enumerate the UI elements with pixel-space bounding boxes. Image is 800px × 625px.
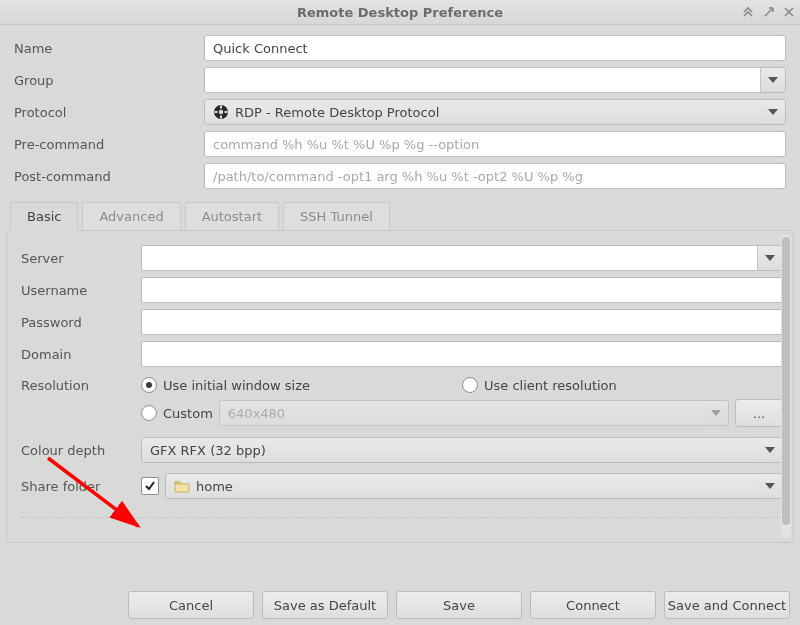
protocol-label: Protocol (14, 105, 204, 120)
minimize-icon[interactable] (742, 6, 754, 18)
precommand-label: Pre-command (14, 137, 204, 152)
password-input[interactable] (141, 309, 783, 335)
postcommand-label: Post-command (14, 169, 204, 184)
scrollbar[interactable] (781, 235, 791, 538)
save-default-button[interactable]: Save as Default (262, 591, 388, 619)
chevron-down-icon[interactable] (758, 438, 782, 462)
svg-rect-12 (225, 111, 228, 113)
server-combo[interactable] (141, 245, 783, 271)
svg-marker-6 (768, 77, 778, 83)
cancel-button[interactable]: Cancel (128, 591, 254, 619)
titlebar: Remote Desktop Preference (0, 0, 800, 25)
svg-marker-15 (711, 410, 721, 416)
maximize-icon[interactable] (764, 7, 774, 17)
protocol-combo[interactable]: RDP - Remote Desktop Protocol (204, 99, 786, 125)
server-label: Server (21, 251, 141, 266)
group-combo[interactable] (204, 67, 786, 93)
domain-label: Domain (21, 347, 141, 362)
close-icon[interactable] (784, 7, 794, 17)
svg-point-8 (219, 110, 223, 114)
chevron-down-icon[interactable] (758, 474, 782, 498)
tab-advanced[interactable]: Advanced (82, 202, 180, 231)
chevron-down-icon[interactable] (761, 100, 785, 124)
folder-icon (174, 479, 190, 493)
rdp-protocol-icon (213, 104, 229, 120)
name-input[interactable]: Quick Connect (204, 35, 786, 61)
group-label: Group (14, 73, 204, 88)
connect-button[interactable]: Connect (530, 591, 656, 619)
svg-marker-16 (765, 447, 775, 453)
upper-form: Name Quick Connect Group Protocol RDP - … (0, 25, 800, 201)
radio-custom-resolution[interactable]: Custom (141, 405, 213, 421)
tab-panel-basic: Server Username Password Domain (6, 230, 794, 543)
svg-rect-10 (220, 116, 222, 119)
username-input[interactable] (141, 277, 783, 303)
radio-initial-window-size[interactable]: Use initial window size (141, 377, 310, 393)
save-button[interactable]: Save (396, 591, 522, 619)
username-label: Username (21, 283, 141, 298)
custom-resolution-combo[interactable]: 640x480 (219, 400, 729, 426)
resolution-label: Resolution (21, 378, 141, 393)
name-label: Name (14, 41, 204, 56)
share-folder-label: Share folder (21, 479, 141, 494)
domain-input[interactable] (141, 341, 783, 367)
svg-line-0 (765, 12, 769, 16)
footer-buttons: Cancel Save as Default Save Connect Save… (0, 591, 800, 619)
password-label: Password (21, 315, 141, 330)
share-folder-combo[interactable]: home (165, 473, 783, 499)
window-title: Remote Desktop Preference (297, 5, 503, 20)
svg-rect-11 (215, 111, 218, 113)
precommand-input[interactable]: command %h %u %t %U %p %g --option (204, 131, 786, 157)
divider (21, 517, 783, 518)
postcommand-input[interactable]: /path/to/command -opt1 arg %h %u %t -opt… (204, 163, 786, 189)
colour-depth-combo[interactable]: GFX RFX (32 bpp) (141, 437, 783, 463)
chevron-down-icon[interactable] (760, 68, 785, 92)
svg-marker-13 (768, 109, 778, 115)
resolution-more-button[interactable]: ... (735, 399, 783, 427)
save-connect-button[interactable]: Save and Connect (664, 591, 790, 619)
share-folder-checkbox[interactable] (141, 477, 159, 495)
radio-client-resolution[interactable]: Use client resolution (462, 377, 617, 393)
svg-marker-17 (765, 483, 775, 489)
tab-autostart[interactable]: Autostart (185, 202, 279, 231)
tab-strip: Basic Advanced Autostart SSH Tunnel (6, 201, 794, 230)
chevron-down-icon[interactable] (704, 401, 728, 425)
colour-depth-label: Colour depth (21, 443, 141, 458)
svg-rect-9 (220, 106, 222, 109)
tab-ssh-tunnel[interactable]: SSH Tunnel (283, 202, 390, 231)
tab-area: Basic Advanced Autostart SSH Tunnel Serv… (6, 201, 794, 543)
scrollbar-thumb[interactable] (782, 237, 790, 525)
chevron-down-icon[interactable] (757, 246, 782, 270)
tab-basic[interactable]: Basic (10, 202, 78, 231)
svg-marker-14 (765, 255, 775, 261)
